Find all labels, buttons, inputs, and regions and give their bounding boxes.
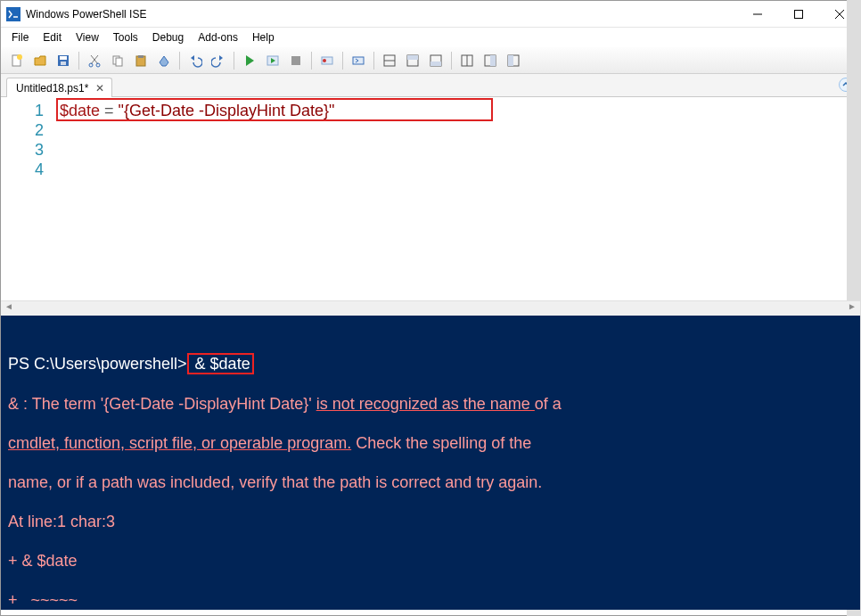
svg-point-19 <box>323 59 326 62</box>
toolbar-separator <box>179 52 180 70</box>
svg-rect-24 <box>407 55 418 60</box>
run-icon[interactable] <box>239 50 260 71</box>
editor-horizontal-scrollbar[interactable] <box>1 300 860 316</box>
svg-rect-2 <box>795 10 803 18</box>
window-titlebar: Windows PowerShell ISE <box>1 1 860 28</box>
window-title: Windows PowerShell ISE <box>26 8 737 21</box>
tab-close-icon[interactable]: ✕ <box>95 82 104 94</box>
command-highlight-box: & $date <box>187 353 254 374</box>
undo-icon[interactable] <box>184 50 206 71</box>
open-file-icon[interactable] <box>29 50 51 71</box>
run-selection-icon[interactable] <box>262 50 283 71</box>
error-line: cmdlet, function, script file, or operab… <box>8 433 853 453</box>
stop-icon[interactable] <box>285 50 307 71</box>
clear-icon[interactable] <box>153 50 175 71</box>
line-number: 2 <box>1 120 44 140</box>
svg-rect-32 <box>508 55 513 66</box>
menu-file[interactable]: File <box>6 29 34 45</box>
copy-icon[interactable] <box>107 50 128 71</box>
svg-rect-0 <box>6 7 20 21</box>
svg-rect-26 <box>430 62 441 66</box>
error-line: At line:1 char:3 <box>8 512 853 531</box>
menu-view[interactable]: View <box>70 29 104 45</box>
console-pane[interactable]: PS C:\Users\powershell> & $date & : The … <box>1 316 860 610</box>
paste-icon[interactable] <box>130 50 152 71</box>
toolbar-separator <box>342 52 343 70</box>
line-gutter: 1 2 3 4 <box>1 97 56 300</box>
app-icon <box>6 7 20 21</box>
cut-icon[interactable] <box>84 50 105 71</box>
svg-rect-15 <box>138 55 144 58</box>
menu-debug[interactable]: Debug <box>147 29 189 45</box>
menu-addons[interactable]: Add-ons <box>193 29 243 45</box>
svg-rect-9 <box>61 62 66 65</box>
token-variable: $date <box>60 102 100 119</box>
toolbar-separator <box>311 52 312 70</box>
menu-tools[interactable]: Tools <box>108 29 144 45</box>
script-editor[interactable]: 1 2 3 4 $date = "{Get-Date -DisplayHint … <box>1 97 860 300</box>
layout1-icon[interactable] <box>379 50 400 71</box>
menu-edit[interactable]: Edit <box>37 29 67 45</box>
maximize-button[interactable] <box>778 1 819 28</box>
token-operator: = <box>100 102 119 119</box>
new-file-icon[interactable] <box>6 50 28 71</box>
toolbar-separator <box>373 52 374 70</box>
svg-rect-17 <box>291 56 300 65</box>
token-string: "{Get-Date -DisplayHint Date}" <box>119 102 335 119</box>
error-line: name, or if a path was included, verify … <box>8 472 853 492</box>
line-number: 3 <box>1 140 44 160</box>
error-line: + ~~~~~ <box>8 590 853 610</box>
underlined-text: cmdlet, function, script file, or operab… <box>8 434 351 452</box>
toolbar-separator <box>234 52 234 70</box>
tab-untitled[interactable]: Untitled18.ps1* ✕ <box>6 78 112 97</box>
toolbar <box>1 47 860 74</box>
error-line: + & $date <box>8 551 853 571</box>
toolbar-separator <box>451 52 452 70</box>
layout2-icon[interactable] <box>402 50 423 71</box>
pane1-icon[interactable] <box>456 50 478 71</box>
svg-rect-30 <box>490 55 496 66</box>
svg-rect-13 <box>116 58 122 66</box>
code-area[interactable]: $date = "{Get-Date -DisplayHint Date}" <box>56 97 860 300</box>
line-number: 4 <box>1 160 44 179</box>
error-line: & : The term '{Get-Date -DisplayHint Dat… <box>8 394 853 414</box>
svg-point-6 <box>17 54 22 60</box>
breakpoint-icon[interactable] <box>316 50 338 71</box>
underlined-text: is not recognized as the name <box>316 395 535 413</box>
pane2-icon[interactable] <box>480 50 501 71</box>
menu-help[interactable]: Help <box>247 29 280 45</box>
remote-icon[interactable] <box>348 50 369 71</box>
layout3-icon[interactable] <box>425 50 447 71</box>
pane3-icon[interactable] <box>503 50 524 71</box>
tab-label: Untitled18.ps1* <box>16 82 88 94</box>
prompt-text: PS C:\Users\powershell> <box>8 355 187 373</box>
save-icon[interactable] <box>53 50 74 71</box>
toolbar-separator <box>78 52 79 70</box>
line-number: 1 <box>1 101 44 120</box>
menu-bar: File Edit View Tools Debug Add-ons Help <box>1 28 860 47</box>
code-line: $date = "{Get-Date -DisplayHint Date}" <box>60 101 860 120</box>
redo-icon[interactable] <box>208 50 229 71</box>
svg-rect-8 <box>60 56 67 60</box>
command-text: & $date <box>191 355 250 373</box>
tab-strip: Untitled18.ps1* ✕ <box>1 74 860 97</box>
console-line: PS C:\Users\powershell> & $date <box>8 353 853 374</box>
minimize-button[interactable] <box>737 1 778 28</box>
